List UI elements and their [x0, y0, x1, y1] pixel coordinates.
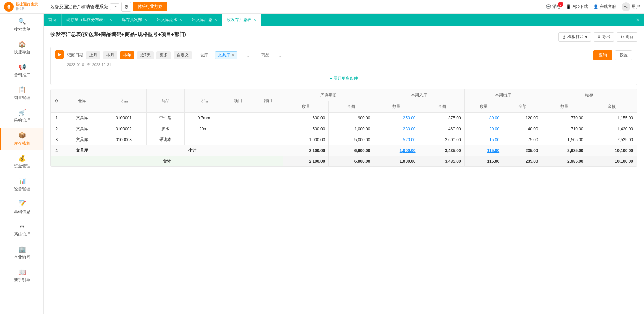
sidebar-label-marketing: 营销推广	[14, 72, 30, 78]
export-label: 导出	[602, 34, 610, 40]
row-warehouse: 文具库	[63, 134, 101, 145]
subtotal-opening-qty: 2,100.00	[283, 145, 329, 156]
sidebar-item-marketing[interactable]: 📢 营销推广	[0, 59, 43, 82]
col-product-code-header: 商品	[101, 89, 146, 113]
expand-row: ▾ 展开更多条件	[55, 73, 632, 81]
row-closing-amount: 1,420.00	[587, 123, 637, 134]
query-button[interactable]: 查询	[593, 50, 612, 60]
user-label: 用户	[632, 4, 640, 10]
row-in-amount: 375.00	[419, 113, 464, 123]
col-settings-header[interactable]: ⚙	[51, 89, 63, 113]
sidebar-item-finance[interactable]: 💰 资金管理	[0, 150, 43, 173]
in-qty-link[interactable]: 230.00	[403, 127, 416, 131]
refresh-button[interactable]: ↻ 刷新	[617, 32, 637, 42]
tab-inout-flow-close[interactable]: ✕	[179, 18, 182, 22]
date-btn-more[interactable]: 更多	[156, 51, 171, 59]
row-out-amount: 120.00	[503, 113, 542, 123]
sidebar-item-basic-info[interactable]: 📝 基础信息	[0, 196, 43, 219]
out-qty-link[interactable]: 15.00	[489, 137, 499, 142]
date-btn-custom[interactable]: 自定义	[174, 51, 192, 59]
sidebar-item-inventory[interactable]: 📦 库存核算	[0, 128, 43, 150]
total-opening-amount: 6,900.00	[329, 156, 374, 166]
filter-toggle-btn[interactable]: ▶	[55, 50, 64, 59]
product-more[interactable]: ...	[278, 53, 281, 58]
date-btn-prev-month[interactable]: 上月	[86, 51, 100, 59]
sidebar-label-system: 系统管理	[14, 232, 30, 237]
message-badge: 6	[558, 2, 563, 7]
page-inner: 收发存汇总表(按仓库+商品编码+商品+规格型号+项目+部门) 🖨 模板打印 ▾ …	[44, 26, 644, 314]
user-item[interactable]: Ea 用户	[622, 2, 640, 11]
in-qty-link[interactable]: 520.00	[403, 137, 416, 142]
row-product-code: 0100001	[101, 113, 146, 123]
warehouse-tag-close[interactable]: ✕	[232, 53, 234, 57]
col-opening-qty-header: 数量	[283, 101, 329, 113]
out-qty-link[interactable]: 20.00	[489, 127, 499, 131]
logo-icon: 6	[4, 2, 14, 12]
row-product-spec: 0.7mm	[184, 113, 223, 123]
gear-button[interactable]: ⚙	[121, 2, 131, 12]
tab-inout-flow[interactable]: 出入库流水 ✕	[152, 14, 187, 26]
sidebar-item-purchase[interactable]: 🛒 采购管理	[0, 105, 43, 128]
in-qty-link[interactable]: 250.00	[403, 116, 416, 120]
filter-row-1: 记账日期 上月 本月 本年 近7天 更多 自定义 仓库 文具	[67, 50, 632, 60]
system-select[interactable]	[110, 3, 119, 10]
print-button[interactable]: 🖨 模板打印 ▾	[558, 32, 591, 42]
experience-button[interactable]: 体验行业方案	[133, 2, 167, 11]
row-department	[253, 134, 283, 145]
sidebar-label-quick-nav: 快捷导航	[14, 49, 30, 55]
app-download-item[interactable]: 📱 App下载	[566, 4, 588, 10]
message-item[interactable]: 💬 消息 6	[546, 4, 561, 10]
tab-batch-ledger[interactable]: 库存批次账 ✕	[117, 14, 152, 26]
online-service-item[interactable]: 👤 在线客服	[593, 4, 616, 10]
system-icon: ⚙	[19, 223, 25, 230]
layout: 🔍 搜索菜单 🏠 快捷导航 📢 营销推广 📋 销售管理 🛒 采购管理 📦 库存核…	[0, 14, 644, 314]
row-product-name: 采访本	[146, 134, 184, 145]
purchase-icon: 🛒	[18, 109, 26, 116]
tab-bar-close-btn[interactable]: ✕	[632, 17, 644, 22]
subtotal-out-qty-link[interactable]: 115.00	[487, 148, 499, 153]
sidebar-item-search[interactable]: 🔍 搜索菜单	[0, 14, 43, 36]
row-product-code: 0100002	[101, 123, 146, 134]
tab-inout-summary[interactable]: 出入库汇总 ✕	[187, 14, 222, 26]
settings-button[interactable]: 设置	[615, 50, 632, 60]
sidebar-label-basic-info: 基础信息	[14, 209, 30, 215]
sidebar-label-search: 搜索菜单	[14, 27, 30, 32]
tab-stock-dist-close[interactable]: ✕	[109, 18, 112, 22]
tab-bar: 首页 现存量（库存分布表） ✕ 库存批次账 ✕ 出入库流水 ✕ 出入库汇总 ✕ …	[44, 14, 644, 26]
date-btn-this-month[interactable]: 本月	[103, 51, 117, 59]
expand-conditions-btn[interactable]: ▾ 展开更多条件	[330, 76, 358, 81]
row-project	[223, 123, 253, 134]
row-opening-qty: 1,000.00	[283, 134, 329, 145]
sidebar-item-guide[interactable]: 📖 新手引导	[0, 264, 43, 287]
table-row: 2 文具库 0100002 胶水 20ml 500.00 1,000.00 23…	[51, 123, 637, 134]
date-btn-7days[interactable]: 近7天	[137, 51, 154, 59]
row-seq: 1	[51, 113, 63, 123]
out-qty-link[interactable]: 80.00	[489, 116, 499, 120]
col-closing-qty-header: 数量	[542, 101, 587, 113]
tab-home[interactable]: 首页	[44, 14, 62, 26]
tab-recv-send-summary-close[interactable]: ✕	[253, 18, 256, 22]
operations-icon: 📊	[18, 177, 26, 185]
sidebar-item-system[interactable]: ⚙ 系统管理	[0, 219, 43, 242]
date-btn-this-year[interactable]: 本年	[120, 51, 134, 59]
col-out-header: 本期出库	[464, 89, 542, 101]
total-out-amount: 235.00	[503, 156, 542, 166]
warehouse-more[interactable]: ...	[246, 53, 249, 58]
system-title: 装备及固定资产辅助管理系统 ⚙ 体验行业方案	[50, 2, 543, 12]
sidebar: 🔍 搜索菜单 🏠 快捷导航 📢 营销推广 📋 销售管理 🛒 采购管理 📦 库存核…	[0, 14, 44, 314]
tab-inout-summary-close[interactable]: ✕	[214, 18, 217, 22]
sidebar-item-operations[interactable]: 📊 经营管理	[0, 173, 43, 196]
tab-stock-dist[interactable]: 现存量（库存分布表） ✕	[62, 14, 117, 26]
tab-recv-send-summary[interactable]: 收发存汇总表 ✕	[222, 14, 261, 26]
subtotal-in-qty-link[interactable]: 1,000.00	[400, 148, 416, 153]
col-product-name-header: 商品	[146, 89, 184, 113]
warehouse-filter-section: 仓库 文具库 ✕ ... 商品 ...	[200, 51, 281, 59]
row-in-qty: 520.00	[374, 134, 419, 145]
tab-batch-ledger-close[interactable]: ✕	[144, 18, 147, 22]
sidebar-item-sales[interactable]: 📋 销售管理	[0, 82, 43, 105]
sidebar-item-quick-nav[interactable]: 🏠 快捷导航	[0, 36, 43, 59]
export-button[interactable]: ⬇ 导出	[594, 32, 614, 42]
subtotal-closing-amount: 10,100.00	[587, 145, 637, 156]
sidebar-item-enterprise[interactable]: 🏢 企业协同	[0, 242, 43, 264]
col-warehouse-header: 仓库	[63, 89, 101, 113]
